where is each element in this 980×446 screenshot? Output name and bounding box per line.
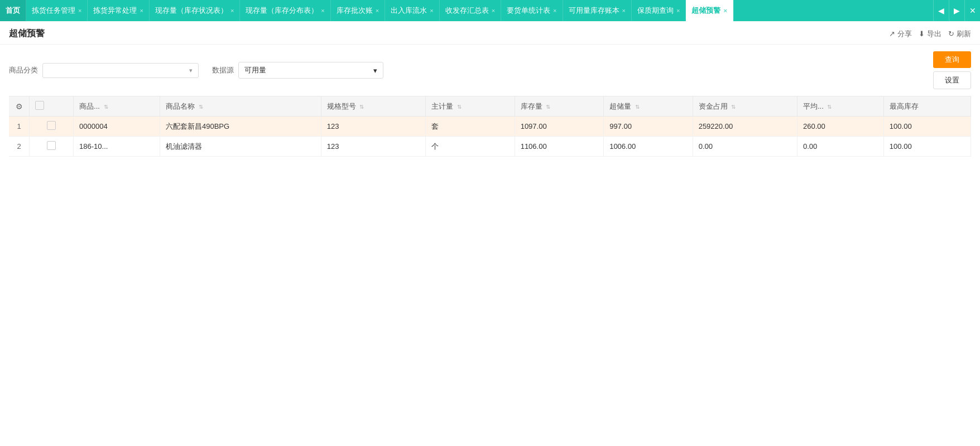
- export-icon: ⬇: [919, 30, 925, 38]
- nav-tab-close-icon[interactable]: ×: [376, 7, 379, 14]
- nav-tab-9[interactable]: 保质期查询×: [632, 0, 686, 21]
- nav-tab-label: 要货单统计表: [507, 6, 550, 16]
- table-row: 1 0000004 六配套新昌490BPG 123 套 1097.00 997.…: [9, 117, 971, 137]
- nav-tab-7[interactable]: 要货单统计表×: [501, 0, 563, 21]
- nav-tab-close-icon[interactable]: ×: [553, 7, 556, 14]
- nav-tab-close-icon[interactable]: ×: [430, 7, 433, 14]
- refresh-icon: ↻: [948, 30, 954, 38]
- average: 260.00: [797, 117, 883, 137]
- sort-average-icon: ⇅: [827, 104, 832, 110]
- page-title: 超储预警: [9, 28, 45, 40]
- unit: 个: [426, 137, 515, 157]
- row-checkbox-cell: [30, 117, 74, 137]
- nav-tab-8[interactable]: 可用量库存账本×: [563, 0, 632, 21]
- category-select[interactable]: ▾: [42, 63, 199, 78]
- sort-spec-icon: ⇅: [359, 104, 364, 110]
- col-product-code[interactable]: 商品... ⇅: [74, 96, 160, 117]
- nav-tab-close-icon[interactable]: ×: [78, 7, 81, 14]
- sort-capital-icon: ⇅: [731, 104, 736, 110]
- product-code: 0000004: [74, 117, 160, 137]
- nav-tab-6[interactable]: 收发存汇总表×: [440, 0, 501, 21]
- nav-home[interactable]: 首页: [0, 0, 26, 21]
- capital: 0.00: [693, 137, 797, 157]
- nav-close-btn[interactable]: ✕: [964, 0, 980, 21]
- col-checkbox: [30, 96, 74, 117]
- table-row: 2 186-10... 机油滤清器 123 个 1106.00 1006.00 …: [9, 137, 971, 157]
- nav-tab-10[interactable]: 超储预警×: [686, 0, 733, 21]
- nav-tab-close-icon[interactable]: ×: [230, 7, 234, 14]
- col-unit[interactable]: 主计量 ⇅: [426, 96, 515, 117]
- datasource-dropdown-icon: ▾: [373, 66, 377, 75]
- nav-next-btn[interactable]: ▶: [949, 0, 964, 21]
- query-button[interactable]: 查询: [933, 51, 971, 68]
- nav-tab-0[interactable]: 拣货任务管理×: [26, 0, 88, 21]
- nav-prev-btn[interactable]: ◀: [933, 0, 949, 21]
- nav-tab-close-icon[interactable]: ×: [140, 7, 143, 14]
- max-stock: 100.00: [883, 137, 971, 157]
- spec: 123: [321, 137, 425, 157]
- nav-tab-label: 现存量（库存分布表）: [246, 6, 318, 16]
- overstock: 1006.00: [604, 137, 693, 157]
- nav-tab-label: 可用量库存账本: [569, 6, 619, 16]
- sort-product-code-icon: ⇅: [104, 104, 108, 110]
- filter-bar: 商品分类 ▾ 数据源 可用量 ▾ 查询 设置: [0, 45, 980, 96]
- nav-tab-close-icon[interactable]: ×: [723, 7, 727, 14]
- refresh-button[interactable]: ↻ 刷新: [948, 29, 971, 39]
- product-code: 186-10...: [74, 137, 160, 157]
- col-overstock[interactable]: 超储量 ⇅: [604, 96, 693, 117]
- row-checkbox[interactable]: [47, 141, 56, 150]
- header-checkbox[interactable]: [35, 101, 44, 110]
- product-name: 机油滤清器: [160, 137, 321, 157]
- col-spec[interactable]: 规格型号 ⇅: [321, 96, 425, 117]
- col-stock[interactable]: 库存量 ⇅: [515, 96, 604, 117]
- settings-button[interactable]: 设置: [933, 71, 971, 89]
- table-header-row: ⚙ 商品... ⇅ 商品名称 ⇅ 规格型号 ⇅ 主计量: [9, 96, 971, 117]
- nav-tab-close-icon[interactable]: ×: [492, 7, 495, 14]
- nav-tab-label: 拣货任务管理: [32, 6, 75, 16]
- sort-stock-icon: ⇅: [546, 104, 550, 110]
- category-select-text: [49, 66, 187, 75]
- datasource-select[interactable]: 可用量 ▾: [238, 62, 383, 79]
- nav-tab-close-icon[interactable]: ×: [676, 7, 680, 14]
- col-product-name[interactable]: 商品名称 ⇅: [160, 96, 321, 117]
- page-header: 超储预警 ↗ 分享 ⬇ 导出 ↻ 刷新: [0, 21, 980, 45]
- nav-tab-label: 出入库流水: [391, 6, 427, 16]
- nav-tab-label: 现存量（库存状况表）: [155, 6, 228, 16]
- data-table: ⚙ 商品... ⇅ 商品名称 ⇅ 规格型号 ⇅ 主计量: [9, 96, 971, 157]
- category-filter: 商品分类 ▾: [9, 63, 199, 78]
- col-average[interactable]: 平均... ⇅: [797, 96, 883, 117]
- nav-tab-3[interactable]: 现存量（库存分布表）×: [240, 0, 330, 21]
- share-button[interactable]: ↗ 分享: [889, 29, 912, 39]
- nav-arrows: ◀ ▶ ✕: [933, 0, 980, 21]
- gear-icon[interactable]: ⚙: [15, 102, 23, 111]
- product-name: 六配套新昌490BPG: [160, 117, 321, 137]
- average: 0.00: [797, 137, 883, 157]
- col-max-stock[interactable]: 最高库存: [883, 96, 971, 117]
- nav-tab-4[interactable]: 库存批次账×: [331, 0, 385, 21]
- row-number: 1: [9, 117, 30, 137]
- capital: 259220.00: [693, 117, 797, 137]
- nav-tab-label: 库存批次账: [337, 6, 373, 16]
- category-dropdown-icon: ▾: [189, 67, 193, 74]
- nav-tab-label: 拣货异常处理: [93, 6, 137, 16]
- category-label: 商品分类: [9, 65, 38, 75]
- nav-tab-close-icon[interactable]: ×: [321, 7, 324, 14]
- col-settings: ⚙: [9, 96, 30, 117]
- datasource-label: 数据源: [212, 65, 234, 75]
- unit: 套: [426, 117, 515, 137]
- spec: 123: [321, 117, 425, 137]
- nav-tab-label: 收发存汇总表: [445, 6, 489, 16]
- nav-tab-1[interactable]: 拣货异常处理×: [88, 0, 149, 21]
- nav-tab-5[interactable]: 出入库流水×: [385, 0, 439, 21]
- export-button[interactable]: ⬇ 导出: [919, 29, 941, 39]
- nav-tab-2[interactable]: 现存量（库存状况表）×: [150, 0, 240, 21]
- row-number: 2: [9, 137, 30, 157]
- row-checkbox[interactable]: [47, 121, 56, 130]
- nav-tab-label: 保质期查询: [637, 6, 674, 16]
- datasource-value: 可用量: [244, 65, 371, 75]
- nav-tab-close-icon[interactable]: ×: [622, 7, 626, 14]
- sort-product-name-icon: ⇅: [199, 104, 203, 110]
- filter-buttons: 查询 设置: [933, 51, 971, 89]
- overstock: 997.00: [604, 117, 693, 137]
- col-capital[interactable]: 资金占用 ⇅: [693, 96, 797, 117]
